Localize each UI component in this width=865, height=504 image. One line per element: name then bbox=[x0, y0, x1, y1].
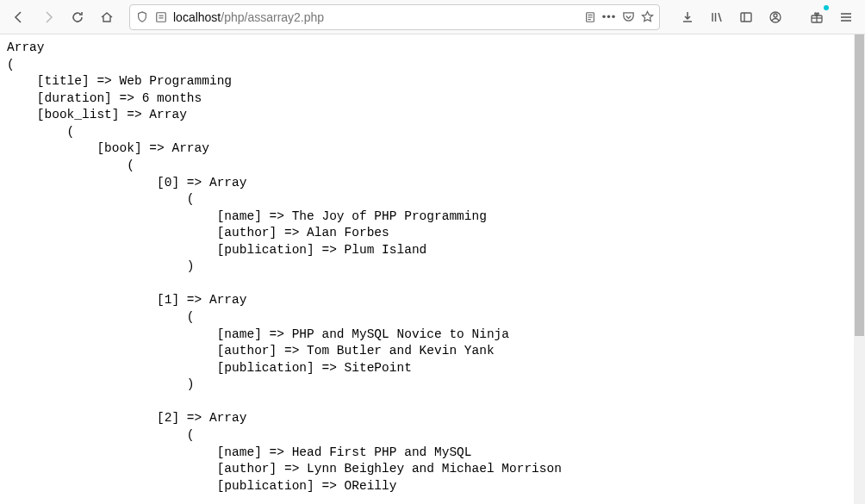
account-button[interactable] bbox=[762, 3, 789, 31]
svg-rect-10 bbox=[741, 13, 751, 22]
svg-line-9 bbox=[719, 13, 721, 22]
scrollbar-track[interactable] bbox=[854, 34, 865, 504]
page-info-icon[interactable] bbox=[154, 10, 168, 24]
downloads-button[interactable] bbox=[674, 3, 701, 31]
forward-button[interactable] bbox=[34, 3, 62, 31]
back-button[interactable] bbox=[5, 3, 33, 31]
more-icon[interactable]: ••• bbox=[602, 10, 616, 24]
shield-icon bbox=[135, 10, 149, 24]
url-text: localhost/php/assarray2.php bbox=[173, 10, 578, 24]
svg-rect-0 bbox=[157, 12, 166, 22]
home-button[interactable] bbox=[93, 3, 121, 31]
toolbar-right bbox=[669, 3, 860, 31]
scrollbar-thumb[interactable] bbox=[855, 34, 864, 336]
menu-button[interactable] bbox=[832, 3, 860, 31]
url-bar[interactable]: localhost/php/assarray2.php ••• bbox=[129, 4, 660, 30]
reload-button[interactable] bbox=[64, 3, 91, 31]
reader-mode-icon[interactable] bbox=[583, 10, 597, 24]
sidebar-button[interactable] bbox=[732, 3, 760, 31]
svg-point-13 bbox=[774, 14, 777, 17]
whatsnew-button[interactable] bbox=[803, 3, 831, 31]
library-button[interactable] bbox=[703, 3, 731, 31]
browser-toolbar: localhost/php/assarray2.php ••• bbox=[0, 0, 865, 34]
page-content: Array ( [title] => Web Programming [dura… bbox=[0, 34, 865, 504]
pocket-icon[interactable] bbox=[621, 10, 635, 24]
bookmark-star-icon[interactable] bbox=[640, 10, 654, 24]
